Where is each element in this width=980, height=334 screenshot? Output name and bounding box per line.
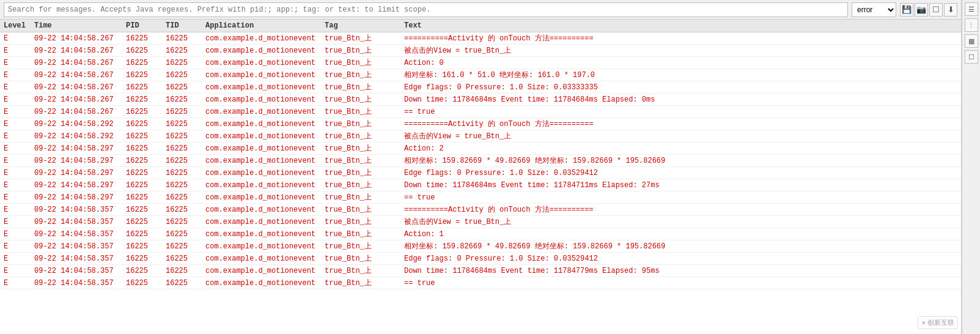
cell-level: E [0,180,31,190]
cell-time: 09-22 14:04:58.267 [31,34,122,43]
cell-tid: 16225 [162,70,202,80]
cell-pid: 16225 [122,254,162,264]
cell-text: ==========Activity 的 onTouch 方法=========… [400,204,961,215]
table-row[interactable]: E 09-22 14:04:58.297 16225 16225 com.exa… [0,179,961,191]
cell-level: E [0,193,31,202]
cell-app: com.example.d_motionevent [202,95,321,105]
table-row[interactable]: E 09-22 14:04:58.267 16225 16225 com.exa… [0,57,961,69]
cell-tag: true_Btn_上 [321,81,400,93]
cell-level: E [0,278,31,288]
cell-tid: 16225 [162,144,202,154]
sidebar-btn-2[interactable]: ⋮ [965,18,978,32]
table-row[interactable]: E 09-22 14:04:58.297 16225 16225 com.exa… [0,167,961,179]
table-row[interactable]: E 09-22 14:04:58.267 16225 16225 com.exa… [0,81,961,94]
cell-text: == true [400,193,961,202]
cell-level: E [0,266,31,276]
cell-tid: 16225 [162,180,202,190]
cell-time: 09-22 14:04:58.267 [31,46,122,56]
cell-tag: true_Btn_上 [321,216,400,228]
cell-app: com.example.d_motionevent [202,168,321,178]
cell-tag: true_Btn_上 [321,32,400,44]
cell-text: Action: 2 [400,144,961,154]
table-row[interactable]: E 09-22 14:04:58.297 16225 16225 com.exa… [0,155,961,167]
table-row[interactable]: E 09-22 14:04:58.297 16225 16225 com.exa… [0,191,961,204]
cell-text: 被点击的View = true_Btn_上 [400,216,961,228]
cell-pid: 16225 [122,95,162,105]
cell-text: Down time: 11784684ms Event time: 117846… [400,95,961,105]
col-tag: Tag [321,21,400,30]
table-row[interactable]: E 09-22 14:04:58.357 16225 16225 com.exa… [0,216,961,228]
table-row[interactable]: E 09-22 14:04:58.357 16225 16225 com.exa… [0,253,961,265]
table-row[interactable]: E 09-22 14:04:58.267 16225 16225 com.exa… [0,45,961,57]
cell-time: 09-22 14:04:58.297 [31,156,122,166]
cell-text: 相对坐标: 159.82669 * 49.82669 绝对坐标: 159.826… [400,240,961,252]
table-row[interactable]: E 09-22 14:04:58.357 16225 16225 com.exa… [0,277,961,289]
cell-tag: true_Btn_上 [321,228,400,240]
table-row[interactable]: E 09-22 14:04:58.357 16225 16225 com.exa… [0,265,961,277]
cell-tid: 16225 [162,168,202,178]
screenshot-button[interactable]: 📷 [915,3,928,17]
table-row[interactable]: E 09-22 14:04:58.267 16225 16225 com.exa… [0,106,961,118]
log-rows[interactable]: E 09-22 14:04:58.267 16225 16225 com.exa… [0,32,961,334]
table-row[interactable]: E 09-22 14:04:58.267 16225 16225 com.exa… [0,32,961,45]
cell-pid: 16225 [122,132,162,141]
cell-level: E [0,119,31,129]
cell-level: E [0,132,31,141]
table-row[interactable]: E 09-22 14:04:58.267 16225 16225 com.exa… [0,94,961,106]
cell-text: ==========Activity 的 onTouch 方法=========… [400,118,961,130]
log-area: error warn info debug verbose 💾 📷 ☐ ⬇ [0,0,962,334]
cell-pid: 16225 [122,266,162,276]
cell-tag: true_Btn_上 [321,45,400,56]
cell-pid: 16225 [122,168,162,178]
table-row[interactable]: E 09-22 14:04:58.357 16225 16225 com.exa… [0,204,961,216]
cell-pid: 16225 [122,58,162,68]
sidebar-icon-4: ☐ [968,53,974,61]
table-row[interactable]: E 09-22 14:04:58.357 16225 16225 com.exa… [0,240,961,253]
cell-tid: 16225 [162,254,202,264]
cell-pid: 16225 [122,217,162,227]
col-level: Level [0,21,31,30]
cell-app: com.example.d_motionevent [202,107,321,117]
toggle-icon: ☐ [932,5,940,14]
sidebar-btn-1[interactable]: ☰ [965,2,978,16]
cell-tid: 16225 [162,83,202,92]
col-text: Text [400,21,961,30]
level-dropdown[interactable]: error warn info debug verbose [852,2,896,17]
cell-tag: true_Btn_上 [321,240,400,252]
col-pid: PID [122,21,162,30]
sidebar-btn-4[interactable]: ☐ [965,50,978,64]
cell-tag: true_Btn_上 [321,143,400,154]
cell-text: Down time: 11784684ms Event time: 117847… [400,180,961,190]
table-row[interactable]: E 09-22 14:04:58.292 16225 16225 com.exa… [0,118,961,130]
cell-level: E [0,95,31,105]
watermark: ✕ 创新互联 [918,316,958,329]
cell-text: 被点击的View = true_Btn_上 [400,45,961,56]
col-time: Time [31,21,122,30]
sidebar-icon-2: ⋮ [968,21,974,29]
toolbar: error warn info debug verbose 💾 📷 ☐ ⬇ [0,0,961,20]
scroll-down-button[interactable]: ⬇ [944,3,957,17]
cell-app: com.example.d_motionevent [202,266,321,276]
table-row[interactable]: E 09-22 14:04:58.292 16225 16225 com.exa… [0,130,961,143]
col-tid: TID [162,21,202,30]
cell-text: Action: 1 [400,229,961,239]
cell-time: 09-22 14:04:58.297 [31,193,122,202]
cell-time: 09-22 14:04:58.357 [31,229,122,239]
toggle-button[interactable]: ☐ [929,3,943,17]
save-button[interactable]: 💾 [900,3,913,17]
table-row[interactable]: E 09-22 14:04:58.357 16225 16225 com.exa… [0,228,961,240]
cell-app: com.example.d_motionevent [202,46,321,56]
search-input[interactable] [4,2,848,17]
sidebar-btn-3[interactable]: ▦ [965,34,978,48]
cell-app: com.example.d_motionevent [202,193,321,202]
table-row[interactable]: E 09-22 14:04:58.267 16225 16225 com.exa… [0,69,961,81]
cell-app: com.example.d_motionevent [202,132,321,141]
cell-level: E [0,229,31,239]
cell-level: E [0,144,31,154]
cell-time: 09-22 14:04:58.357 [31,254,122,264]
table-row[interactable]: E 09-22 14:04:58.297 16225 16225 com.exa… [0,143,961,155]
sidebar-icon-1: ☰ [968,6,974,13]
cell-app: com.example.d_motionevent [202,254,321,264]
sidebar-right: ☰ ⋮ ▦ ☐ [962,0,980,334]
cell-text: Down time: 11784684ms Event time: 117847… [400,266,961,276]
